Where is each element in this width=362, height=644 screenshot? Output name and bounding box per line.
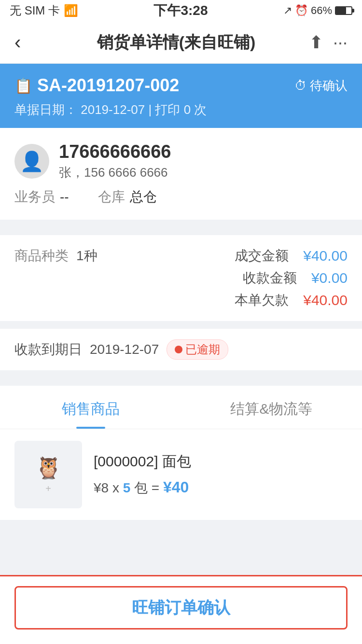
location-icon: ↗ <box>283 4 292 17</box>
due-date-section: 收款到期日 2019-12-07 已逾期 <box>0 329 362 370</box>
received-value: ¥0.00 <box>311 270 348 286</box>
overdue-badge: 已逾期 <box>167 339 228 360</box>
status-icon: ⏱ <box>294 78 307 93</box>
product-qty: 5 <box>123 480 131 495</box>
order-date-value: 2019-12-07 <box>81 102 145 117</box>
order-date-row: 单据日期： 2019-12-07 | 打印 0 次 <box>14 101 348 118</box>
status-left: 无 SIM 卡 📶 <box>10 3 78 18</box>
received-label: 收款金额 <box>243 269 297 287</box>
nav-actions: ⬆ ··· <box>309 32 348 53</box>
product-type-count: 1种 <box>76 247 97 265</box>
product-sku: [0000002] <box>94 453 158 469</box>
product-title: 面包 <box>162 453 191 469</box>
tabs-section: 销售商品 结算&物流等 <box>0 386 362 429</box>
date-label: 单据日期： <box>14 102 77 117</box>
product-info: [0000002] 面包 ¥8 x 5 包 = ¥40 <box>94 452 348 497</box>
battery-icon <box>335 6 352 15</box>
owed-row: 本单欠款 ¥40.00 <box>235 291 348 309</box>
alarm-icon: ⏰ <box>295 4 308 17</box>
status-badge: ⏱ 待确认 <box>294 77 348 94</box>
plus-label: + <box>45 483 51 494</box>
order-header-card: 📋 SA-20191207-002 ⏱ 待确认 单据日期： 2019-12-07… <box>0 64 362 128</box>
warehouse-label: 仓库 <box>98 188 125 206</box>
divider-1 <box>0 227 362 235</box>
warehouse-value: 总仓 <box>130 188 157 206</box>
product-type-label: 商品种类 <box>14 247 69 265</box>
salesperson-value: -- <box>60 189 69 205</box>
product-total: ¥40 <box>163 478 189 496</box>
divider-3 <box>0 370 362 378</box>
status-text: 待确认 <box>310 77 348 94</box>
status-bar: 无 SIM 卡 📶 下午3:28 ↗ ⏰ 66% <box>0 0 362 21</box>
product-item: 🦉 + [0000002] 面包 ¥8 x 5 包 = ¥40 <box>14 441 348 508</box>
product-thumbnail: 🦉 + <box>14 441 82 508</box>
overdue-dot-icon <box>175 346 182 353</box>
salesperson-label: 业务员 <box>14 188 55 206</box>
person-icon: 👤 <box>20 150 44 173</box>
page-title: 销货单详情(来自旺铺) <box>97 31 256 54</box>
tabs-row: 销售商品 结算&物流等 <box>0 386 362 429</box>
status-time: 下午3:28 <box>153 1 208 20</box>
amounts-column: 成交金额 ¥40.00 收款金额 ¥0.00 本单欠款 ¥40.00 <box>235 247 348 309</box>
tab-settlement[interactable]: 结算&物流等 <box>181 386 362 429</box>
product-logo: 🦉 + <box>35 455 62 494</box>
customer-info-row: 业务员 -- 仓库 总仓 <box>14 188 348 206</box>
owed-value: ¥40.00 <box>303 292 348 308</box>
order-id-text: SA-20191207-002 <box>37 75 179 96</box>
customer-section: 👤 17666666666 张，156 6666 6666 业务员 -- 仓库 … <box>0 128 362 220</box>
owed-label: 本单欠款 <box>235 291 289 309</box>
due-date-label: 收款到期日 <box>14 340 82 359</box>
divider-2 <box>0 321 362 329</box>
product-unit: 包 <box>134 480 148 495</box>
warehouse-item: 仓库 总仓 <box>98 188 157 206</box>
salesperson-item: 业务员 -- <box>14 188 69 206</box>
share-icon[interactable]: ⬆ <box>309 32 323 53</box>
owl-icon: 🦉 <box>35 455 62 480</box>
summary-section: 商品种类 1种 成交金额 ¥40.00 收款金额 ¥0.00 本单欠款 ¥40.… <box>0 235 362 321</box>
order-icon: 📋 <box>14 77 32 94</box>
product-price-row: ¥8 x 5 包 = ¥40 <box>94 478 348 497</box>
received-row: 收款金额 ¥0.00 <box>243 269 348 287</box>
deal-amount-row: 成交金额 ¥40.00 <box>235 247 348 265</box>
nav-bar: ‹ 销货单详情(来自旺铺) ⬆ ··· <box>0 21 362 64</box>
product-section: 🦉 + [0000002] 面包 ¥8 x 5 包 = ¥40 <box>0 429 362 520</box>
product-type-info: 商品种类 1种 <box>14 247 97 265</box>
back-button[interactable]: ‹ <box>14 31 43 53</box>
product-unit-price: ¥8 <box>94 480 109 495</box>
more-icon[interactable]: ··· <box>333 32 348 53</box>
status-right: ↗ ⏰ 66% <box>283 4 352 17</box>
print-unit: 次 <box>194 102 207 117</box>
battery-percent: 66% <box>311 4 332 17</box>
due-date-value: 2019-12-07 <box>90 342 159 357</box>
carrier-label: 无 SIM 卡 <box>10 3 60 18</box>
print-label: | 打印 <box>148 102 180 117</box>
order-id: 📋 SA-20191207-002 <box>14 75 179 96</box>
multiply-symbol: x <box>112 480 123 495</box>
bottom-action-bar: 旺铺订单确认 <box>0 575 362 644</box>
confirm-order-button[interactable]: 旺铺订单确认 <box>14 586 348 630</box>
tab-sales-products[interactable]: 销售商品 <box>0 386 181 429</box>
deal-amount-label: 成交金额 <box>235 247 289 265</box>
overdue-text: 已逾期 <box>185 342 220 357</box>
customer-phone: 17666666666 <box>59 141 171 162</box>
deal-amount-value: ¥40.00 <box>303 248 348 264</box>
customer-name-phone: 张，156 6666 6666 <box>59 164 171 181</box>
wifi-icon: 📶 <box>64 4 78 17</box>
equals-symbol: = <box>152 480 159 495</box>
product-name: [0000002] 面包 <box>94 452 348 472</box>
print-count: 0 <box>184 102 191 117</box>
avatar: 👤 <box>14 144 49 179</box>
